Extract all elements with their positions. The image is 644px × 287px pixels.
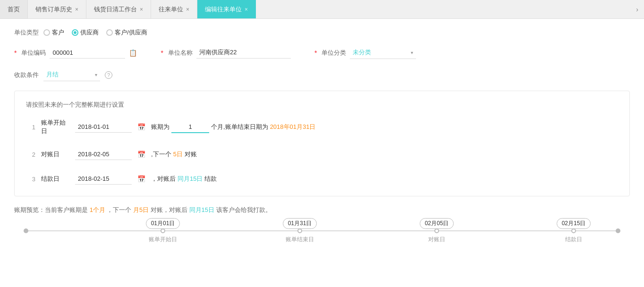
radio-supplier-label: 供应商 [80, 28, 99, 37]
timeline-start-dot [24, 228, 28, 233]
timeline-date-2: 01月31日 [283, 218, 317, 229]
row-2-desc-suffix: 对账 [185, 150, 197, 159]
unit-type-label: 单位类型 [14, 28, 39, 37]
payment-terms-select[interactable]: 月结 ▾ [43, 68, 100, 81]
timeline-end-dot [616, 228, 620, 233]
radio-supplier[interactable]: 供应商 [72, 28, 99, 37]
close-tab-sales-history[interactable]: × [75, 7, 78, 12]
timeline-line-1 [28, 230, 161, 231]
payment-terms-row: 收款条件 月结 ▾ ? [14, 68, 630, 81]
timeline-label-2: 账单结束日 [286, 236, 314, 244]
row-3-desc-suffix: 结款 [204, 175, 217, 183]
timeline-node-1: 01月01日 账单开始日 [161, 228, 165, 233]
unit-category-value: 未分类 [353, 48, 411, 57]
row-2-desc: ,下一个 5日 对账 [151, 150, 197, 159]
unit-name-group: * 单位名称 [161, 47, 290, 59]
preview-prefix: 账期预览：当前客户账期是 [14, 206, 88, 213]
timeline-node-2: 01月31日 账单结束日 [297, 228, 302, 233]
timeline-date-3: 02月05日 [420, 218, 454, 229]
radio-supplier-circle [72, 29, 78, 36]
payment-date-calendar[interactable]: 📅 [137, 175, 145, 183]
main-content: 单位类型 客户 供应商 客户/供应商 * 单位编码 📋 * 单位名 [0, 19, 644, 287]
preview-middle: ，下一个 [107, 206, 131, 213]
tab-cash-workbench[interactable]: 钱货日清工作台 × [86, 0, 151, 18]
unit-code-input[interactable] [50, 47, 125, 59]
unit-type-radio-group: 客户 供应商 客户/供应商 [43, 28, 147, 37]
unit-category-label: 单位分类 [322, 49, 346, 57]
timeline-line-3 [302, 230, 434, 231]
end-date-highlight: 2018年01月31日 [270, 123, 316, 131]
row-3-desc: ，对账后 同月15日 结款 [151, 175, 217, 183]
row-3-desc-prefix: ，对账后 [151, 175, 176, 183]
tab-more-button[interactable]: › [630, 0, 644, 18]
reconcile-date-calendar[interactable]: 📅 [137, 151, 145, 158]
timeline-container: 01月01日 账单开始日 01月31日 账单结束日 02月05日 对账日 0 [14, 228, 630, 252]
unit-code-star: * [14, 49, 17, 57]
preview-reconcile: 对账，对账后 [151, 206, 187, 213]
tab-edit-partner[interactable]: 编辑往来单位 × [197, 0, 256, 18]
preview-day: 月5日 [133, 206, 149, 213]
calendar-icon-code[interactable]: 📋 [129, 49, 137, 57]
preview-suffix: 该客户会给我打款。 [216, 206, 271, 213]
row-label-2: 对账日 [41, 150, 69, 159]
unit-category-chevron: ▾ [411, 50, 413, 55]
row-1-desc-prefix: 账期为 [151, 123, 169, 131]
timeline-dot-3 [434, 228, 439, 233]
radio-customer-circle [43, 29, 50, 36]
tab-bar: 首页 销售订单历史 × 钱货日清工作台 × 往来单位 × 编辑往来单位 × › [0, 0, 644, 19]
tab-home-label: 首页 [8, 5, 20, 14]
timeline: 01月01日 账单开始日 01月31日 账单结束日 02月05日 对账日 0 [24, 228, 620, 233]
radio-customer[interactable]: 客户 [43, 28, 64, 37]
row-label-1: 账单开始日 [41, 118, 69, 135]
payment-date-input[interactable] [75, 173, 132, 185]
close-tab-partner[interactable]: × [186, 7, 189, 12]
tab-edit-partner-label: 编辑往来单位 [205, 5, 242, 14]
close-tab-edit-partner[interactable]: × [245, 7, 248, 12]
unit-details-row: * 单位编码 📋 * 单位名称 * 单位分类 未分类 ▾ [14, 46, 630, 59]
tab-partner[interactable]: 往来单位 × [151, 0, 197, 18]
setting-row-3: 3 结款日 📅 ，对账后 同月15日 结款 [26, 173, 618, 185]
timeline-date-1: 01月01日 [146, 218, 180, 229]
row-1-desc: 账期为 个月,账单结束日期为 2018年01月31日 [151, 121, 315, 133]
start-date-calendar[interactable]: 📅 [137, 123, 145, 131]
reconcile-date-input[interactable] [75, 149, 132, 160]
timeline-dot-4 [571, 228, 576, 233]
timeline-date-4: 02月15日 [557, 218, 591, 229]
tab-cash-workbench-label: 钱货日清工作台 [94, 5, 137, 14]
tab-partner-label: 往来单位 [159, 5, 183, 14]
row-label-3: 结款日 [41, 175, 69, 183]
payment-day-highlight: 同月15日 [178, 175, 203, 183]
payment-terms-chevron: ▾ [95, 72, 97, 77]
reconcile-day-highlight: 5日 [173, 150, 183, 159]
row-num-3: 3 [26, 176, 35, 183]
timeline-label-1: 账单开始日 [149, 236, 177, 244]
help-icon[interactable]: ? [105, 71, 112, 79]
radio-customer-supplier-circle [106, 29, 113, 36]
unit-category-select[interactable]: 未分类 ▾ [350, 46, 416, 59]
radio-customer-supplier-label: 客户/供应商 [115, 28, 147, 37]
tab-sales-history[interactable]: 销售订单历史 × [28, 0, 86, 18]
tab-sales-history-label: 销售订单历史 [35, 5, 72, 14]
unit-category-group: * 单位分类 未分类 ▾ [314, 46, 416, 59]
tab-home[interactable]: 首页 [0, 0, 28, 18]
radio-customer-supplier[interactable]: 客户/供应商 [106, 28, 147, 37]
setting-row-1: 1 账单开始日 📅 账期为 个月,账单结束日期为 2018年01月31日 [26, 118, 618, 135]
row-num-2: 2 [26, 151, 35, 158]
setting-row-2: 2 对账日 📅 ,下一个 5日 对账 [26, 149, 618, 160]
settings-panel: 请按照未来的一个完整帐期进行设置 1 账单开始日 📅 账期为 个月,账单结束日期… [14, 91, 630, 196]
start-date-input[interactable] [75, 121, 132, 133]
unit-name-input[interactable] [196, 47, 291, 59]
payment-terms-value: 月结 [46, 70, 95, 79]
timeline-line-4 [439, 230, 571, 231]
row-2-desc-prefix: ,下一个 [151, 150, 171, 159]
unit-name-star: * [161, 49, 163, 57]
preview-section: 账期预览：当前客户账期是 1个月 ，下一个 月5日 对账，对账后 同月15日 该… [14, 206, 630, 214]
timeline-node-3: 02月05日 对账日 [434, 228, 439, 233]
unit-code-label: 单位编码 [21, 49, 46, 57]
unit-type-row: 单位类型 客户 供应商 客户/供应商 [14, 28, 630, 37]
preview-period: 1个月 [90, 206, 105, 213]
period-input[interactable] [171, 121, 209, 133]
unit-name-label: 单位名称 [168, 49, 193, 57]
timeline-dot-1 [161, 228, 165, 233]
close-tab-cash-workbench[interactable]: × [140, 7, 143, 12]
